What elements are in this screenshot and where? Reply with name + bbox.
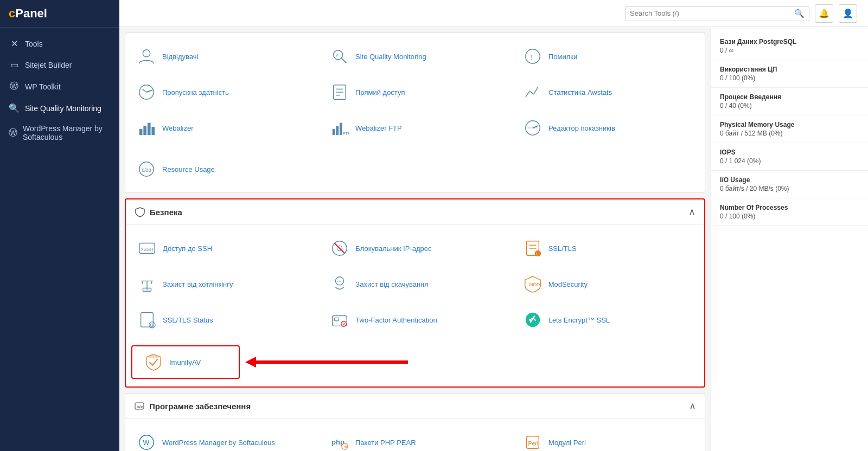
tool-letsencrypt[interactable]: Lets Encrypt™ SSL xyxy=(512,302,704,338)
vidviduvachi-label: Відвідувачі xyxy=(162,53,198,61)
svg-rect-14 xyxy=(151,127,155,135)
search-bar: 🔍 xyxy=(625,6,809,21)
sidebar-item-wptoolkit-label: WP Toolkit xyxy=(25,82,61,91)
sqm-icon: 🔍 xyxy=(9,103,20,113)
software-items-grid: W WordPress Manager by Softaculous php ⊕ xyxy=(125,419,705,451)
ssh-label: Доступ до SSH xyxy=(163,244,212,253)
stat-cpu-value: 0 / 100 (0%) xyxy=(720,74,859,82)
vidviduvachi-icon xyxy=(136,46,157,67)
modsecurity-icon: MOD xyxy=(522,274,543,294)
sitejet-icon: ▭ xyxy=(9,60,20,70)
tool-vidviduvachi[interactable]: Відвідувачі xyxy=(125,38,318,74)
svg-text:Perl: Perl xyxy=(528,441,538,447)
tool-sqm[interactable]: ✓ Site Quality Monitoring xyxy=(318,38,512,74)
resource-icon: 0/0B xyxy=(136,159,157,179)
imunify-icon xyxy=(143,352,164,372)
stat-memory-value: 0 байт / 512 MB (0%) xyxy=(720,130,859,137)
svg-text:MOD: MOD xyxy=(529,282,540,287)
search-button[interactable]: 🔍 xyxy=(794,9,805,18)
awstats-icon xyxy=(522,82,543,102)
svg-point-4 xyxy=(526,49,540,63)
priamy-label: Прямий доступ xyxy=(355,88,405,96)
tool-ssltls-status[interactable]: 0 SSL/TLS Status xyxy=(126,302,318,338)
search-input[interactable] xyxy=(630,9,794,17)
stat-cpu: Використання ЦП 0 / 100 (0%) xyxy=(711,60,868,88)
webalizer-label: Webalizer xyxy=(162,124,194,132)
ssh-icon: >SSH xyxy=(137,238,157,259)
tool-wp-manager[interactable]: W WordPress Manager by Softaculous xyxy=(125,424,318,451)
stat-iops-label: IOPS xyxy=(720,149,859,156)
tool-propuskna[interactable]: Пропускна здатність xyxy=(125,74,318,110)
tool-modsecurity[interactable]: MOD ModSecurity xyxy=(512,266,704,302)
perl-label: Модулі Perl xyxy=(548,439,586,447)
pomylky-icon: ! xyxy=(522,46,543,67)
tool-perl[interactable]: Perl Модулі Perl xyxy=(512,424,705,451)
stat-io-usage-label: I/O Usage xyxy=(720,176,859,184)
tool-awstats[interactable]: Статистика Awstats xyxy=(512,74,705,110)
stat-num-proc-value: 0 / 100 (0%) xyxy=(720,212,859,220)
sidebar-item-tools[interactable]: ✕ Tools xyxy=(0,33,119,54)
security-section: Безпека ∧ >SSH Доступ до SSH xyxy=(125,198,705,388)
sqm-tool-icon: ✓ xyxy=(329,46,350,67)
tool-priamy[interactable]: Прямий доступ xyxy=(318,74,512,110)
tool-hotlink[interactable]: Захист від хотлінкінгу xyxy=(126,266,318,302)
tool-ip-blocker[interactable]: Блокувальник IP-адрес xyxy=(318,230,511,266)
propuskna-icon xyxy=(136,82,157,102)
stat-num-proc: Number Of Processes 0 / 100 (0%) xyxy=(711,198,868,226)
stat-memory-label: Physical Memory Usage xyxy=(720,121,859,128)
two-factor-icon: ⊘ xyxy=(329,310,350,330)
awstats-label: Статистика Awstats xyxy=(548,88,612,96)
main: Відвідувачі ✓ Site Quality Monitoring xyxy=(119,27,868,451)
stat-num-proc-label: Number Of Processes xyxy=(720,204,859,211)
tool-php-pear[interactable]: php ⊕ Пакети PHP PEAR xyxy=(318,424,512,451)
tool-pomylky[interactable]: ! Помилки xyxy=(512,38,705,74)
webalizer-ftp-icon: FTP xyxy=(329,118,350,138)
user-button[interactable]: 👤 xyxy=(839,4,857,23)
sidebar: cPanel ✕ Tools ▭ Sitejet Builder Ⓦ WP To… xyxy=(0,0,119,451)
sidebar-item-wptoolkit[interactable]: Ⓦ WP Toolkit xyxy=(0,75,119,98)
tool-ssh[interactable]: >SSH Доступ до SSH xyxy=(126,230,318,266)
svg-text:0/0B: 0/0B xyxy=(142,167,152,173)
ip-blocker-icon xyxy=(329,238,350,259)
notifications-button[interactable]: 🔔 xyxy=(815,4,833,23)
software-section-title-row: </> Програмне забезпечення xyxy=(134,401,251,411)
svg-line-2 xyxy=(342,59,347,63)
tool-download[interactable]: ··· Захист від скачування xyxy=(318,266,511,302)
sidebar-item-sqm[interactable]: 🔍 Site Quality Monitoring xyxy=(0,98,119,119)
security-title: Безпека xyxy=(150,208,182,217)
download-label: Захист від скачування xyxy=(355,280,428,288)
security-collapse-button[interactable]: ∧ xyxy=(688,206,695,218)
svg-text:!: ! xyxy=(531,53,533,61)
ssl-tls-icon: ! xyxy=(522,238,543,259)
hotlink-label: Захист від хотлінкінгу xyxy=(163,280,233,288)
php-pear-label: Пакети PHP PEAR xyxy=(355,439,416,447)
sidebar-item-sitejet[interactable]: ▭ Sitejet Builder xyxy=(0,54,119,75)
stat-memory: Physical Memory Usage 0 байт / 512 MB (0… xyxy=(711,115,868,143)
tool-webalizer-ftp[interactable]: FTP Webalizer FTP xyxy=(318,110,512,146)
tool-ssl-tls[interactable]: ! SSL/TLS xyxy=(512,230,704,266)
top-tools-section: Відвідувачі ✓ Site Quality Monitoring xyxy=(125,33,705,193)
stat-io-usage-value: 0 байт/s / 20 MB/s (0%) xyxy=(720,185,859,192)
software-section: </> Програмне забезпечення ∧ W WordPress… xyxy=(125,393,705,451)
tool-imunifyav[interactable]: ImunifyAV xyxy=(131,345,240,379)
resource-label: Resource Usage xyxy=(162,165,215,173)
svg-rect-15 xyxy=(333,129,335,135)
propuskna-label: Пропускна здатність xyxy=(162,88,229,96)
software-collapse-button[interactable]: ∧ xyxy=(689,400,696,412)
tool-two-factor[interactable]: ⊘ Two-Factor Authentication xyxy=(318,302,511,338)
webalizer-icon xyxy=(136,118,157,138)
tool-redactor[interactable]: Редактор показників xyxy=(512,110,705,146)
stat-processes-value: 0 / 40 (0%) xyxy=(720,102,859,109)
tool-webalizer[interactable]: Webalizer xyxy=(125,110,318,146)
tool-resource[interactable]: 0/0B Resource Usage xyxy=(125,151,316,187)
pomylky-label: Помилки xyxy=(548,53,577,61)
hotlink-icon xyxy=(137,274,157,294)
svg-rect-11 xyxy=(139,129,143,135)
svg-rect-16 xyxy=(336,126,339,135)
svg-line-26 xyxy=(335,243,345,254)
svg-rect-42 xyxy=(335,318,339,321)
svg-rect-13 xyxy=(148,123,151,136)
download-icon: ··· xyxy=(329,274,350,294)
stat-processes: Процеси Введення 0 / 40 (0%) xyxy=(711,88,868,115)
sidebar-item-wordpress[interactable]: Ⓦ WordPress Manager by Softaculous xyxy=(0,119,119,147)
